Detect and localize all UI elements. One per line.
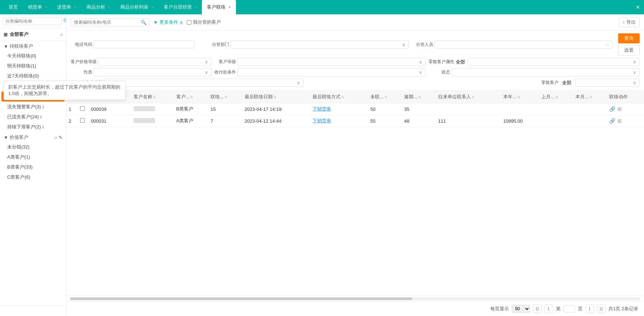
td-contact-2: 7 [208,115,242,127]
first-page-button[interactable]: ⟨⟨ [533,305,542,313]
sort-method-icon[interactable]: ⇅ [341,95,344,99]
td-lastmonth-1 [539,103,573,115]
sidebar-group-pending[interactable]: ▼ 待联络客户 [0,41,66,51]
refresh-icon[interactable]: ○ [54,135,57,140]
sort-month-icon[interactable]: ⇅ [589,95,592,99]
info-icon-declining: ℹ [42,125,44,129]
sidebar-item-today[interactable]: 今天待联络(0) [0,51,66,61]
info-icon-churn: ℹ [42,105,44,109]
tab-customer-contact[interactable]: 客户联络 × [202,0,236,14]
td-method-1[interactable]: 下销货单 [310,103,368,115]
tab-customer-tier-close[interactable]: × [195,5,197,9]
phone-input[interactable] [94,41,194,48]
tab-customer-contact-close[interactable]: × [228,5,231,9]
row1-checkbox[interactable] [80,106,85,111]
sort-year-icon[interactable]: ⇅ [517,95,520,99]
page-label: 第 [556,306,561,312]
row2-checkbox[interactable] [80,118,85,123]
sidebar-all-customers[interactable]: ⊞ 全部客户 » [0,28,66,41]
scroll-track[interactable] [70,297,640,300]
next-page-button[interactable]: ⟩ [585,305,594,313]
sidebar-item-tomorrow[interactable]: 明天待联络(1) [0,61,66,71]
sidebar-item-churned[interactable]: 已流失客户(24) ℹ [0,112,66,122]
filter-customer-level: 客户等级 ∨ [214,58,426,66]
sidebar-item-class-a[interactable]: A类客户(1) [0,152,66,162]
sidebar-item-ungrouped[interactable]: 未分组(32) [0,142,66,152]
filter-row-2: 客户价格等级 ∨ 客户等级 ∨ 零散客户属性 全部 [71,58,640,66]
filter-manager: 分管人员 ··· [412,41,613,49]
sort-unit-icon[interactable]: ⇅ [472,95,474,99]
method-link-1[interactable]: 下销货单 [312,106,331,112]
sidebar-body: ▼ 待联络客户 今天待联络(0) 明天待联络(1) 近7天待联络(0) 逾期未联… [0,41,66,305]
sort-level-icon[interactable]: ⇅ [190,95,193,99]
close-all-button[interactable]: × [636,4,640,11]
prev-page-button[interactable]: ⟨ [545,305,553,313]
sidebar-item-class-b[interactable]: B类客户(33) [0,162,66,172]
query-button[interactable]: 查询 [618,33,640,43]
customer-level-select[interactable]: ∨ [237,58,426,66]
page-input[interactable]: 1 [564,305,575,312]
settings-button[interactable]: 设置 [618,45,640,56]
tab-home[interactable]: 首页 [4,0,23,14]
th-name: 客户名称⇅ [131,91,174,103]
sidebar-value-group[interactable]: ▼ 价值客户 ○ ✎ [0,132,66,142]
sort-contact-icon[interactable]: ⇅ [224,95,227,99]
tab-analysis-list[interactable]: 商品分析列表 × [115,0,158,14]
last-page-button[interactable]: ⟩⟩ [597,305,606,313]
link-icon-1[interactable]: 🔗 [609,106,615,112]
status-select[interactable]: ∨ [451,68,640,76]
price-level-select[interactable]: ∨ [98,58,212,66]
sidebar-item-7days[interactable]: 近7天待联络(0) [0,71,66,81]
manager-select[interactable]: ··· [435,41,613,49]
th-action: 联络动作 [607,91,644,103]
sidebar-search-icon[interactable]: 🔍 [63,18,66,24]
link-icon-2[interactable]: 🔗 [609,118,615,124]
scroll-thumb[interactable] [70,297,412,300]
sidebar-group-icons: ○ ✎ [54,135,62,140]
td-check-2[interactable] [78,115,89,127]
th-this-year: 本年...⇅ [501,91,539,103]
action-icons-2: 🔗 ⊞ [609,118,642,124]
gender-select[interactable]: ∨ [94,68,212,76]
retail-customer-select[interactable]: ∨ [575,79,640,87]
sort-date-icon[interactable]: ⇅ [273,95,276,99]
export-button[interactable]: ↑ 导出 [619,17,640,27]
sidebar-search-input[interactable] [3,17,62,25]
sort-uncontacted-icon[interactable]: ⇅ [384,95,387,99]
tab-sales-close[interactable]: × [45,5,47,9]
tab-purchase[interactable]: 进货单 × [52,0,81,14]
grid-action-icon-2[interactable]: ⊞ [617,118,622,124]
tab-analysis-close[interactable]: × [108,5,110,9]
per-page-select[interactable]: 50 100 200 [512,305,530,313]
sidebar-search-area: 🔍 [0,14,66,28]
sidebar-item-declining[interactable]: 持续下滑客户(2) ℹ [0,122,66,132]
customer-type-select[interactable]: ∨ [104,79,304,87]
more-conditions-button[interactable]: ▼ 更多条件 ∧ [153,19,183,25]
sort-overdue-icon[interactable]: ⇅ [418,95,421,99]
retail-attr-select[interactable]: ∨ [468,58,640,66]
tab-analysis-label: 商品分析 [87,4,105,10]
search-box: 🔍 [71,18,150,27]
sort-lastmonth-icon[interactable]: ⇅ [555,95,558,99]
edit-icon[interactable]: ✎ [59,135,62,140]
tab-analysis[interactable]: 商品分析 × [82,0,115,14]
tab-customer-tier[interactable]: 客户分层经营 × [159,0,202,14]
sidebar-item-churn-warning[interactable]: 流失预警客户(3) ℹ [0,102,66,112]
search-input[interactable] [74,20,139,25]
dept-select[interactable]: ∨ [231,41,409,49]
sort-name-icon[interactable]: ⇅ [153,95,156,99]
td-check-1[interactable] [78,103,89,115]
tab-purchase-close[interactable]: × [74,5,76,9]
filter-payment: 收付款条件 ∨ [214,68,426,76]
td-method-2[interactable]: 下销货单 [310,115,368,127]
tab-analysis-list-close[interactable]: × [151,5,153,9]
method-link-2[interactable]: 下销货单 [312,118,331,123]
payment-select[interactable]: ∨ [237,68,426,76]
sidebar-collapse-icon[interactable]: » [60,32,62,37]
tooltip-box: 距客户上次交易时长，超过了此客户的平均交易周期的1.5倍，则视为异常。 [4,81,66,100]
my-customers-checkbox[interactable] [187,20,191,25]
horizontal-scrollbar[interactable] [66,296,644,301]
sidebar-item-class-c[interactable]: C类客户(6) [0,172,66,182]
tab-sales[interactable]: 销货单 × [23,0,52,14]
grid-action-icon-1[interactable]: ⊞ [617,106,622,112]
